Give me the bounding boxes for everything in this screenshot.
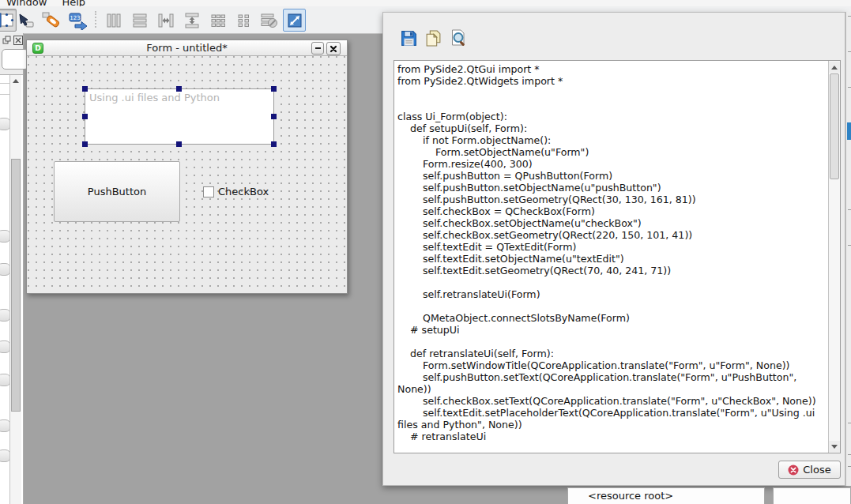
break-layout-button[interactable] [258, 9, 281, 32]
layout-form-icon [235, 12, 253, 29]
save-icon [400, 29, 418, 47]
close-dock-icon [13, 36, 23, 45]
resource-tree-panel: <resource root> [567, 487, 765, 504]
selection-handle[interactable] [176, 86, 182, 92]
resource-preview-panel [773, 487, 851, 504]
layout-grid-icon [209, 12, 227, 29]
qt-designer-screen: Window Help [0, 0, 851, 504]
selection-handle[interactable] [271, 114, 277, 119]
save-code-button[interactable] [397, 27, 420, 49]
layout-form-button[interactable] [232, 9, 255, 32]
selection-handle[interactable] [271, 86, 277, 92]
copy-icon [424, 29, 442, 47]
textedit-placeholder: Using .ui files and Python [89, 92, 220, 103]
layout-grid-button[interactable] [206, 9, 229, 32]
checkbox-indicator[interactable] [203, 186, 214, 197]
menu-window[interactable]: Window [6, 0, 47, 6]
code-scrollbar[interactable] [828, 61, 840, 453]
layout-vertical-icon [131, 12, 149, 29]
widget-box-search-input[interactable] [2, 49, 28, 70]
selection-handle[interactable] [176, 141, 182, 147]
close-red-icon [788, 465, 799, 476]
float-dock-icon [2, 36, 12, 45]
dock-float-button[interactable] [2, 35, 12, 45]
layout-horizontal-splitter-button[interactable] [154, 9, 177, 32]
edit-signals-slots-button[interactable] [14, 9, 37, 32]
layout-horizontal-splitter-icon [157, 12, 175, 29]
pushbutton-widget[interactable]: PushButton [54, 161, 180, 222]
close-icon [329, 45, 337, 53]
close-button-label: Close [803, 464, 830, 476]
edit-signals-slots-icon [17, 12, 35, 29]
find-icon [449, 28, 469, 47]
svg-text:123: 123 [70, 14, 80, 21]
scrollbar-thumb[interactable] [830, 73, 839, 179]
form-window-title: Form - untitled* [27, 42, 347, 54]
toolbar-separator [95, 11, 98, 28]
edit-buddies-button[interactable] [40, 9, 63, 32]
edit-tab-order-icon: 123 [68, 11, 88, 30]
adjust-size-icon [286, 12, 303, 29]
copy-code-button[interactable] [422, 27, 444, 49]
form-window: D Form - untitled* Using .ui files and P… [26, 39, 348, 294]
break-layout-icon [260, 12, 279, 29]
code-view[interactable]: from PySide2.QtGui import * from PySide2… [393, 60, 841, 453]
selection-handle[interactable] [82, 141, 88, 147]
resource-selection-fragment [847, 122, 851, 140]
widget-box-scrollbar[interactable] [9, 75, 21, 504]
scroll-up-icon [13, 79, 19, 83]
generated-python-code[interactable]: from PySide2.QtGui import * from PySide2… [397, 63, 825, 450]
textedit-widget[interactable]: Using .ui files and Python [85, 88, 274, 145]
menu-bar: Window Help [0, 0, 851, 6]
menu-help[interactable]: Help [62, 0, 85, 6]
dock-close-button[interactable] [13, 35, 23, 45]
selection-handle[interactable] [82, 114, 88, 119]
adjust-size-button[interactable] [283, 9, 306, 32]
layout-horizontal-button[interactable] [102, 9, 125, 32]
right-clipped-panel [845, 12, 851, 486]
resource-root-item[interactable]: <resource root> [568, 488, 764, 503]
selection-handle[interactable] [82, 86, 88, 92]
code-preview-dialog: from PySide2.QtGui import * from PySide2… [382, 12, 845, 486]
layout-horizontal-icon [105, 12, 122, 29]
edit-widgets-icon [0, 12, 14, 29]
layout-vertical-button[interactable] [128, 9, 151, 32]
layout-vertical-splitter-button[interactable] [180, 9, 203, 32]
selection-handle[interactable] [271, 141, 277, 147]
scrollbar-thumb[interactable] [11, 159, 21, 412]
minimize-button[interactable] [311, 42, 324, 55]
layout-vertical-splitter-icon [183, 12, 201, 29]
scroll-down-icon [831, 445, 838, 449]
widget-box-list[interactable] [0, 74, 23, 504]
checkbox-label[interactable]: CheckBox [218, 186, 269, 197]
widget-box-dock [0, 33, 24, 504]
minimize-icon [315, 47, 321, 49]
edit-tab-order-button[interactable]: 123 [66, 9, 89, 32]
close-dialog-button[interactable]: Close [778, 461, 841, 479]
edit-buddies-icon [42, 11, 62, 30]
scroll-up-icon [831, 66, 838, 70]
find-in-code-button[interactable] [447, 27, 469, 49]
form-window-titlebar[interactable]: D Form - untitled* [27, 40, 347, 56]
close-window-button[interactable] [326, 42, 341, 55]
